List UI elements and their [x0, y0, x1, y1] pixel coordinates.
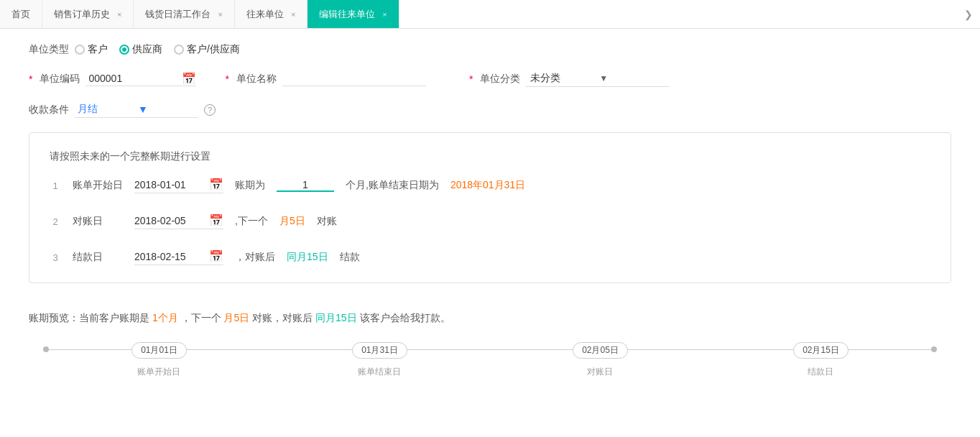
start-date-calendar-icon[interactable]: 📅 — [209, 178, 223, 191]
node-badge-2: 01月31日 — [352, 342, 407, 359]
timeline-node-3: 02月05日 对账日 — [573, 342, 628, 378]
unit-name-input[interactable]: 河南供应商22 — [282, 71, 426, 86]
preview-section: 账期预览：当前客户账期是 1个月 ，下一个 月5日 对账，对账后 同月15日 该… — [29, 298, 951, 392]
setting-row-2: 2 对账日 📅 ,下一个 月5日 对账 — [50, 213, 930, 229]
node-badge-1: 01月01日 — [131, 342, 187, 359]
timeline-node-1: 01月01日 账单开始日 — [131, 342, 187, 378]
tabs-arrow[interactable]: ❯ — [957, 0, 980, 28]
reconcile-desc-suffix: 对账 — [317, 215, 337, 228]
tab-sales-history-close[interactable]: × — [117, 10, 121, 19]
timeline-node-2: 01月31日 账单结束日 — [352, 342, 407, 378]
radio-supplier[interactable]: 供应商 — [119, 43, 162, 56]
node-label-1: 账单开始日 — [137, 366, 180, 378]
unit-name-group: * 单位名称 河南供应商22 — [225, 71, 425, 86]
timeline-node-4: 02月15日 结款日 — [793, 342, 849, 378]
tabs-bar: 首页 销售订单历史 × 钱货日清工作台 × 往来单位 × 编辑往来单位 × ❯ — [0, 0, 980, 29]
unit-type-label: 单位类型 — [29, 43, 69, 56]
settings-title: 请按照未来的一个完整帐期进行设置 — [50, 150, 930, 163]
unit-info-row: * 单位编码 📅 * 单位名称 河南供应商22 * 单位分类 未分类 ▼ — [29, 70, 951, 87]
tab-edit-contact[interactable]: 编辑往来单位 × — [308, 0, 399, 28]
radio-both-circle — [174, 45, 184, 55]
radio-supplier-circle — [119, 45, 129, 55]
unit-code-label: 单位编码 — [40, 73, 80, 86]
preview-payment: 同月15日 — [315, 312, 357, 323]
unit-type-group: 单位类型 客户 供应商 客户/供应商 — [29, 43, 240, 56]
payment-condition-row: 收款条件 月结 ▼ ? — [29, 101, 951, 118]
radio-both-label: 客户/供应商 — [187, 43, 240, 56]
payment-date-wrap: 📅 — [134, 249, 223, 265]
reconcile-highlight: 月5日 — [279, 215, 305, 228]
tab-daily-work[interactable]: 钱货日清工作台 × — [134, 0, 234, 28]
preview-period: 1个月 — [152, 312, 178, 323]
payment-condition-group: 收款条件 月结 ▼ ? — [29, 101, 216, 118]
unit-name-label: 单位名称 — [236, 73, 277, 86]
payment-date-calendar-icon[interactable]: 📅 — [209, 249, 223, 263]
tab-daily-work-close[interactable]: × — [218, 10, 222, 19]
unit-category-select[interactable]: 未分类 ▼ — [526, 70, 670, 87]
tab-daily-work-label: 钱货日清工作台 — [145, 8, 211, 21]
payment-condition-value: 月结 — [78, 103, 135, 116]
tab-contacts-label: 往来单位 — [246, 8, 284, 21]
node-label-3: 对账日 — [587, 366, 613, 378]
start-date-input[interactable] — [134, 179, 206, 190]
unit-code-input[interactable] — [85, 71, 179, 86]
row-label-3: 结款日 — [73, 251, 123, 264]
unit-category-label: 单位分类 — [480, 73, 520, 86]
period-desc-prefix: 账期为 — [235, 179, 265, 192]
row-num-3: 3 — [50, 252, 61, 263]
payment-condition-arrow-icon: ▼ — [138, 104, 195, 115]
reconcile-date-calendar-icon[interactable]: 📅 — [209, 213, 223, 227]
period-desc-suffix: 个月,账单结束日期为 — [346, 179, 439, 192]
tab-sales-history[interactable]: 销售订单历史 × — [42, 0, 134, 28]
unit-category-value: 未分类 — [530, 72, 596, 85]
tab-home-label: 首页 — [11, 8, 30, 21]
radio-both[interactable]: 客户/供应商 — [174, 43, 240, 56]
unit-category-group: * 单位分类 未分类 ▼ — [469, 70, 670, 87]
preview-text2: ，下一个 — [181, 312, 221, 323]
payment-desc-suffix: 结款 — [340, 251, 360, 264]
preview-label: 账期预览：当前客户账期是 — [29, 312, 149, 323]
timeline: 01月01日 账单开始日 01月31日 账单结束日 02月05日 对账日 02月… — [29, 342, 951, 378]
unit-name-required: * — [225, 73, 228, 85]
timeline-nodes: 01月01日 账单开始日 01月31日 账单结束日 02月05日 对账日 02月… — [49, 342, 931, 378]
unit-code-input-wrap: 📅 — [85, 71, 196, 86]
period-end-date: 2018年01月31日 — [450, 179, 525, 192]
radio-group: 客户 供应商 客户/供应商 — [75, 43, 240, 56]
reconcile-desc-prefix: ,下一个 — [235, 215, 268, 228]
period-input[interactable] — [277, 179, 334, 192]
radio-customer-label: 客户 — [88, 43, 108, 56]
reconcile-date-input[interactable] — [134, 215, 206, 226]
row-num-2: 2 — [50, 216, 61, 227]
tab-edit-contact-close[interactable]: × — [382, 10, 387, 19]
radio-customer-circle — [75, 45, 85, 55]
start-date-wrap: 📅 — [134, 178, 223, 193]
unit-code-group: * 单位编码 📅 — [29, 71, 196, 86]
payment-condition-label: 收款条件 — [29, 104, 69, 116]
setting-row-1: 1 账单开始日 📅 账期为 个月,账单结束日期为 2018年01月31日 — [50, 178, 930, 193]
payment-condition-select[interactable]: 月结 ▼ — [75, 101, 198, 118]
tab-home[interactable]: 首页 — [0, 0, 42, 28]
tab-contacts[interactable]: 往来单位 × — [235, 0, 308, 28]
node-badge-4: 02月15日 — [793, 342, 849, 359]
tab-contacts-close[interactable]: × — [291, 10, 295, 19]
tab-sales-history-label: 销售订单历史 — [54, 8, 110, 21]
preview-text4: 该客户会给我打款。 — [360, 312, 450, 323]
preview-reconcile: 月5日 — [223, 312, 249, 323]
payment-date-input[interactable] — [134, 251, 206, 262]
main-content: 单位类型 客户 供应商 客户/供应商 * 单位编码 — [0, 29, 980, 437]
preview-text3: 对账，对账后 — [252, 312, 313, 323]
unit-code-icon[interactable]: 📅 — [182, 72, 196, 86]
unit-type-row: 单位类型 客户 供应商 客户/供应商 — [29, 43, 951, 56]
row-label-1: 账单开始日 — [73, 179, 123, 192]
row-label-2: 对账日 — [73, 215, 123, 228]
row-num-1: 1 — [50, 180, 61, 191]
unit-code-required: * — [29, 73, 32, 85]
preview-text: 账期预览：当前客户账期是 1个月 ，下一个 月5日 对账，对账后 同月15日 该… — [29, 312, 951, 325]
setting-row-3: 3 结款日 📅 ，对账后 同月15日 结款 — [50, 249, 930, 265]
tab-edit-contact-label: 编辑往来单位 — [319, 8, 375, 21]
node-label-4: 结款日 — [808, 366, 833, 378]
radio-customer[interactable]: 客户 — [75, 43, 108, 56]
radio-supplier-label: 供应商 — [132, 43, 162, 56]
timeline-end-dot — [931, 346, 937, 352]
payment-condition-help-icon[interactable]: ? — [204, 104, 216, 116]
